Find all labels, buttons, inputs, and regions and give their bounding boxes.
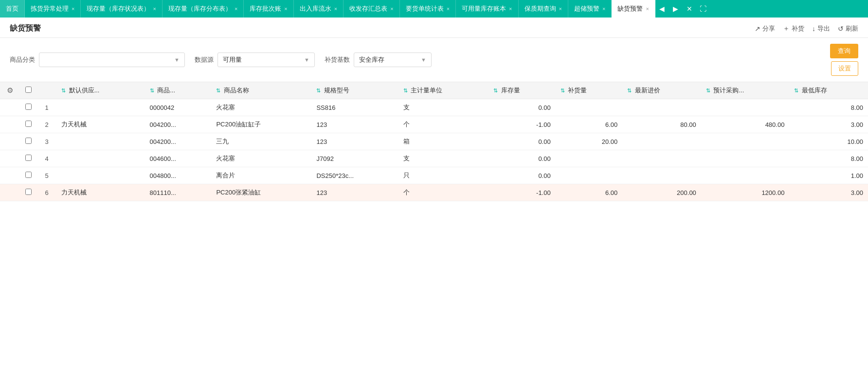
refresh-button[interactable]: ↺ 刷新 — [838, 24, 858, 33]
row-gear-cell — [0, 150, 19, 167]
tab-close-available-ledger[interactable]: × — [509, 6, 512, 12]
row-checkbox-2[interactable] — [25, 138, 32, 144]
tab-collect-summary[interactable]: 收发存汇总表 × — [344, 0, 399, 18]
table-row: 5 004800... 离合片 DS250*23c... 只 0.00 1.00 — [0, 167, 868, 184]
tab-inout-flow[interactable]: 出入库流水 × — [294, 0, 344, 18]
refresh-icon: ↺ — [838, 25, 844, 33]
row-checkbox-cell — [19, 167, 37, 184]
replenish-base-filter-group: 补货基数 安全库存 ▼ — [325, 53, 432, 67]
cell-stock-qty: 0.00 — [488, 150, 556, 167]
table-row: 1 0000042 火花塞 SS816 支 0.00 8.00 — [0, 99, 868, 116]
cell-default-supplier — [56, 133, 145, 150]
page-header: 缺货预警 ↗ 分享 ＋ 补货 ↓ 导出 ↺ 刷新 — [0, 18, 868, 38]
column-gear[interactable]: ⚙ — [0, 82, 19, 99]
replenish-base-select[interactable]: 安全库存 ▼ — [354, 53, 432, 67]
filter-right-actions: 查询 设置 — [830, 44, 858, 76]
tab-home[interactable]: 首页 — [0, 0, 25, 18]
tab-expiry[interactable]: 保质期查询 × — [519, 0, 568, 18]
cell-unit: 只 — [398, 167, 489, 184]
tab-overstock[interactable]: 超储预警 × — [568, 0, 612, 18]
column-product-code[interactable]: ⇅ 商品... — [145, 82, 212, 99]
datasource-select[interactable]: 可用量 ▼ — [217, 53, 315, 67]
cell-default-supplier — [56, 167, 145, 184]
tab-inventory-dist[interactable]: 现存量（库存分布表） × — [163, 0, 244, 18]
export-button[interactable]: ↓ 导出 — [812, 24, 830, 33]
tab-close-inout-flow[interactable]: × — [334, 6, 337, 12]
cell-estimated-purchase — [701, 167, 790, 184]
tab-order-stats[interactable]: 要货单统计表 × — [400, 0, 456, 18]
row-number: 2 — [37, 116, 56, 133]
cell-spec: DS250*23c... — [311, 167, 398, 184]
tab-batch[interactable]: 库存批次账 × — [244, 0, 293, 18]
cell-estimated-purchase: 1200.00 — [701, 184, 790, 201]
column-replenish-qty[interactable]: ⇅ 补货量 — [556, 82, 623, 99]
table-header-row: ⚙ ⇅ 默认供应... ⇅ 商品... ⇅ — [0, 82, 868, 99]
tab-shortage[interactable]: 缺货预警 × — [612, 0, 655, 18]
cell-replenish-qty: 6.00 — [556, 116, 623, 133]
row-checkbox-5[interactable] — [25, 189, 32, 195]
cell-spec: J7092 — [311, 150, 398, 167]
replenish-base-label: 补货基数 — [325, 55, 350, 64]
cell-default-supplier: 力天机械 — [56, 184, 145, 201]
row-checkbox-cell — [19, 150, 37, 167]
column-checkbox — [19, 82, 37, 99]
tab-fullscreen-btn[interactable]: ⛶ — [696, 0, 710, 18]
cell-latest-price — [622, 150, 701, 167]
row-checkbox-3[interactable] — [25, 155, 32, 161]
tab-close-collect-summary[interactable]: × — [390, 6, 393, 12]
sort-icon-code: ⇅ — [150, 88, 154, 93]
row-number: 1 — [37, 99, 56, 116]
cell-min-stock: 10.00 — [789, 133, 868, 150]
row-checkbox-4[interactable] — [25, 172, 32, 178]
table-row: 2 力天机械 004200... PC200油缸缸子 123 个 -1.00 6… — [0, 116, 868, 133]
tab-close-expiry[interactable]: × — [559, 6, 562, 12]
table-row: 6 力天机械 801110... PC200张紧油缸 123 个 -1.00 6… — [0, 184, 868, 201]
cell-product-code: 004600... — [145, 150, 212, 167]
select-all-checkbox[interactable] — [25, 87, 32, 93]
tab-close-inventory-status[interactable]: × — [153, 6, 156, 12]
gear-icon[interactable]: ⚙ — [7, 86, 13, 94]
tab-close-all-btn[interactable]: ✕ — [683, 0, 696, 18]
cell-product-name: PC200张紧油缸 — [211, 184, 311, 201]
tab-next-btn[interactable]: ▶ — [669, 0, 683, 18]
column-estimated-purchase[interactable]: ⇅ 预计采购... — [701, 82, 790, 99]
row-checkbox-1[interactable] — [25, 121, 32, 127]
column-default-supplier[interactable]: ⇅ 默认供应... — [56, 82, 145, 99]
query-button[interactable]: 查询 — [830, 44, 858, 58]
tab-available-ledger[interactable]: 可用量库存账本 × — [456, 0, 518, 18]
cell-min-stock: 3.00 — [789, 184, 868, 201]
datasource-label: 数据源 — [195, 55, 214, 64]
column-stock-qty[interactable]: ⇅ 库存量 — [488, 82, 556, 99]
datasource-filter-group: 数据源 可用量 ▼ — [195, 53, 315, 67]
tab-close-overstock[interactable]: × — [602, 6, 605, 12]
cell-product-name: PC200油缸缸子 — [211, 116, 311, 133]
row-checkbox-cell — [19, 116, 37, 133]
row-checkbox-cell — [19, 133, 37, 150]
share-button[interactable]: ↗ 分享 — [755, 24, 775, 33]
category-filter-group: 商品分类 ▼ — [10, 53, 185, 67]
tab-prev-btn[interactable]: ◀ — [655, 0, 669, 18]
column-unit[interactable]: ⇅ 主计量单位 — [398, 82, 489, 99]
tab-close-batch[interactable]: × — [284, 6, 287, 12]
column-product-name[interactable]: ⇅ 商品名称 — [211, 82, 311, 99]
tab-close-inventory-dist[interactable]: × — [235, 6, 237, 12]
replenish-button[interactable]: ＋ 补货 — [783, 24, 804, 33]
row-gear-cell — [0, 133, 19, 150]
row-number: 4 — [37, 150, 56, 167]
settings-button[interactable]: 设置 — [831, 61, 858, 76]
tab-abnormal[interactable]: 拣货异常处理 × — [25, 0, 81, 18]
cell-min-stock: 1.00 — [789, 167, 868, 184]
column-spec[interactable]: ⇅ 规格型号 — [311, 82, 398, 99]
cell-product-code: 004200... — [145, 116, 212, 133]
tab-close-abnormal[interactable]: × — [72, 6, 74, 12]
row-gear-cell — [0, 167, 19, 184]
tab-inventory-status[interactable]: 现存量（库存状况表） × — [81, 0, 162, 18]
category-select[interactable]: ▼ — [39, 53, 185, 67]
replenish-base-chevron-down-icon: ▼ — [421, 57, 426, 63]
column-latest-price[interactable]: ⇅ 最新进价 — [622, 82, 701, 99]
row-checkbox-0[interactable] — [25, 104, 32, 110]
tab-close-shortage[interactable]: × — [646, 6, 649, 12]
column-min-stock[interactable]: ⇅ 最低库存 — [789, 82, 868, 99]
tab-close-order-stats[interactable]: × — [447, 6, 450, 12]
cell-product-name: 三九 — [211, 133, 311, 150]
